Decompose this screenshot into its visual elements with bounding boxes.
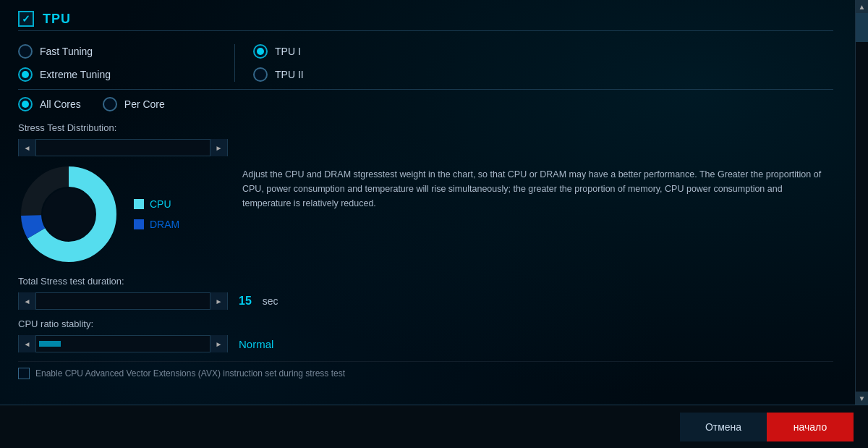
dram-legend-color [134, 219, 144, 229]
tpu2-label: TPU II [275, 69, 304, 80]
tpu2-radio[interactable] [253, 67, 268, 82]
duration-unit: sec [263, 295, 278, 307]
fast-tuning-radio[interactable] [18, 44, 33, 59]
chart-area: CPU DRAM [18, 164, 228, 265]
donut-chart [18, 164, 119, 265]
duration-label: Total Stress test duration: [18, 276, 833, 287]
legend-items: CPU DRAM [134, 198, 179, 230]
dram-legend-item: DRAM [134, 219, 179, 230]
tuning-right-group: TPU I TPU II [235, 44, 304, 82]
scroll-track [856, 13, 868, 392]
ratio-slider-track[interactable]: ◄ ► [18, 335, 228, 352]
extreme-tuning-radio[interactable] [18, 67, 33, 82]
stress-content: CPU DRAM Adjust the CPU and DRAM stgress… [18, 164, 833, 265]
ratio-section: CPU ratio stablity: ◄ ► Normal [18, 318, 833, 352]
all-cores-option[interactable]: All Cores [18, 97, 81, 111]
stress-test-label: Stress Test Distribution: [18, 122, 833, 133]
stress-slider-track[interactable]: ◄ ► [18, 139, 228, 156]
tpu-title: TPU [43, 12, 71, 27]
ratio-slider-fill [39, 341, 61, 347]
avx-checkbox[interactable] [18, 368, 30, 379]
ratio-slider-left-arrow[interactable]: ◄ [19, 335, 36, 352]
content-area: TPU Fast Tuning Extreme Tuning [0, 0, 855, 405]
duration-value: 15 [239, 295, 252, 308]
donut-legend-row: CPU DRAM [18, 164, 228, 265]
stress-description: Adjust the CPU and DRAM stgresstest weig… [242, 164, 833, 265]
ratio-slider-right-arrow[interactable]: ► [210, 335, 227, 352]
tpu1-radio[interactable] [253, 44, 268, 59]
all-cores-label: All Cores [40, 98, 81, 110]
per-core-label: Per Core [124, 98, 165, 110]
duration-slider-right-arrow[interactable]: ► [210, 292, 227, 310]
all-cores-radio-dot [22, 101, 29, 108]
tpu1-radio-dot [257, 48, 264, 55]
cpu-legend-color [134, 199, 144, 209]
duration-row: ◄ ► 15 sec [18, 292, 833, 310]
ratio-value: Normal [239, 338, 273, 350]
divider-1 [18, 89, 833, 90]
stress-slider-right-arrow[interactable]: ► [210, 139, 227, 156]
duration-slider-track[interactable]: ◄ ► [18, 292, 228, 310]
tpu2-option[interactable]: TPU II [253, 67, 304, 82]
cancel-button[interactable]: Отмена [680, 413, 767, 441]
cores-row: All Cores Per Core [18, 97, 833, 111]
main-container: ▲ ▼ TPU Fast Tuning Extreme T [0, 0, 868, 448]
scroll-down-arrow[interactable]: ▼ [856, 392, 869, 405]
svg-point-3 [43, 188, 95, 240]
tpu1-option[interactable]: TPU I [253, 44, 304, 59]
fast-tuning-label: Fast Tuning [40, 46, 93, 57]
extreme-tuning-option[interactable]: Extreme Tuning [18, 67, 220, 82]
tpu1-label: TPU I [275, 46, 301, 57]
scroll-thumb[interactable] [856, 13, 868, 42]
hint-row: Enable CPU Advanced Vector Extensions (A… [18, 361, 833, 379]
per-core-option[interactable]: Per Core [103, 97, 165, 111]
stress-slider-left-arrow[interactable]: ◄ [19, 139, 36, 156]
ratio-label: CPU ratio stablity: [18, 318, 833, 329]
all-cores-radio[interactable] [18, 97, 33, 111]
stress-slider-wrapper: ◄ ► [18, 139, 228, 156]
tuning-left-group: Fast Tuning Extreme Tuning [18, 44, 235, 82]
cpu-legend-item: CPU [134, 198, 179, 210]
scroll-up-arrow[interactable]: ▲ [856, 0, 869, 13]
duration-slider-left-arrow[interactable]: ◄ [19, 292, 36, 310]
fast-tuning-option[interactable]: Fast Tuning [18, 44, 220, 59]
dram-legend-label: DRAM [150, 219, 179, 230]
start-button[interactable]: начало [767, 413, 854, 441]
tpu-checkbox[interactable] [18, 11, 34, 27]
per-core-radio[interactable] [103, 97, 117, 111]
hint-text: Enable CPU Advanced Vector Extensions (A… [35, 368, 345, 379]
ratio-row: ◄ ► Normal [18, 335, 833, 352]
cpu-legend-label: CPU [150, 198, 171, 210]
extreme-tuning-radio-dot [22, 71, 29, 78]
stress-test-section: Stress Test Distribution: ◄ ► [18, 122, 833, 265]
scrollbar[interactable]: ▲ ▼ [855, 0, 868, 405]
bottom-bar: Отмена начало [0, 405, 868, 448]
tuning-options-row: Fast Tuning Extreme Tuning TPU I [18, 44, 833, 82]
extreme-tuning-label: Extreme Tuning [40, 69, 111, 80]
duration-section: Total Stress test duration: ◄ ► 15 sec [18, 276, 833, 310]
tpu-header: TPU [18, 11, 833, 31]
